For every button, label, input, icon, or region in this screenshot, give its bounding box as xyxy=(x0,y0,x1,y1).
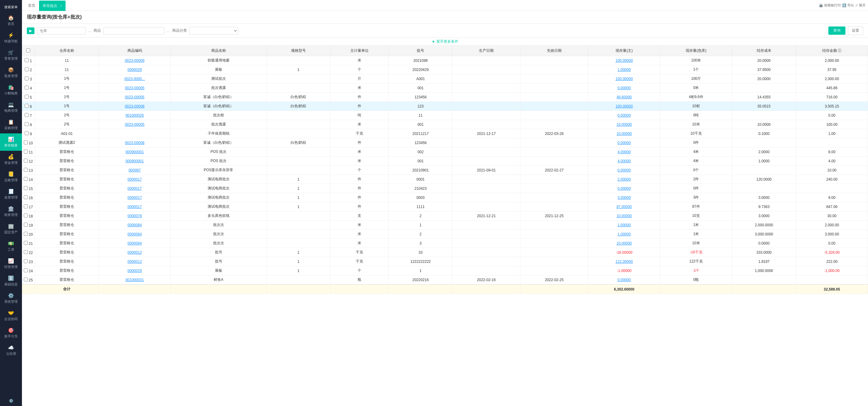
table-cell[interactable]: 1.00000 xyxy=(588,221,660,230)
table-cell[interactable]: 0023-00005 xyxy=(99,93,171,102)
table-cell[interactable]: 0000078 xyxy=(99,211,171,221)
col-header-prod[interactable]: 生产日期 xyxy=(453,46,521,56)
row-checkbox[interactable] xyxy=(25,122,29,126)
table-cell[interactable]: 0.00000 xyxy=(588,166,660,175)
table-cell[interactable]: 000900001 xyxy=(99,157,171,166)
table-cell[interactable]: 0.00000 xyxy=(588,275,660,285)
row-checkbox[interactable] xyxy=(24,223,28,227)
row-checkbox[interactable] xyxy=(25,67,29,71)
select-all-checkbox[interactable] xyxy=(26,48,30,53)
table-cell[interactable]: 0000029 xyxy=(99,266,171,275)
table-cell[interactable]: 10.00000 xyxy=(588,129,660,138)
col-header-cost[interactable]: 结存成本 xyxy=(732,46,796,56)
sidebar-item-inventory[interactable]: 📊 库存核算 xyxy=(0,133,22,151)
print-template-btn[interactable]: 🖨️ 按模板打印 xyxy=(819,3,841,8)
table-cell[interactable]: 0023-00008 xyxy=(99,102,171,111)
sidebar-item-system[interactable]: ⚙️ 系统管理 xyxy=(0,290,22,307)
sidebar-search[interactable]: 搜索菜单 xyxy=(0,2,22,12)
row-checkbox[interactable] xyxy=(24,213,28,217)
table-cell[interactable]: 000097 xyxy=(99,166,171,175)
col-header-unit[interactable]: 主计量单位 xyxy=(331,46,389,56)
row-checkbox[interactable] xyxy=(24,168,28,172)
sidebar-item-newbie[interactable]: 🎯 新手引导 xyxy=(0,325,22,342)
col-header-name[interactable]: 商品名称 xyxy=(171,46,267,56)
row-checkbox[interactable] xyxy=(24,204,28,208)
row-checkbox[interactable] xyxy=(25,104,29,108)
table-cell[interactable]: 0023-00005 xyxy=(99,120,171,129)
sidebar-item-retail[interactable]: 🛒 零售管理 xyxy=(0,46,22,64)
table-cell[interactable]: 001000026 xyxy=(99,111,171,120)
row-checkbox[interactable] xyxy=(24,140,28,144)
row-checkbox[interactable] xyxy=(25,131,29,135)
table-cell[interactable]: 4.00000 xyxy=(588,157,660,166)
row-checkbox[interactable] xyxy=(24,186,28,190)
table-cell[interactable]: 122.00000 xyxy=(588,257,660,266)
table-cell[interactable]: 0.00000 xyxy=(588,184,660,193)
table-cell[interactable]: 001000031 xyxy=(99,275,171,285)
row-checkbox[interactable] xyxy=(24,268,28,272)
row-checkbox[interactable] xyxy=(24,149,28,154)
expand-btn[interactable]: ⤢ 展开 xyxy=(855,3,866,8)
table-cell[interactable]: 0000084 xyxy=(99,239,171,248)
sidebar-item-ecommerce-small[interactable]: 🛍️ 小鹅电商 xyxy=(0,81,22,99)
row-checkbox[interactable] xyxy=(24,241,28,245)
row-checkbox[interactable] xyxy=(24,259,28,263)
table-cell[interactable]: 0023-00005 xyxy=(99,83,171,93)
table-cell[interactable] xyxy=(99,129,171,138)
table-cell[interactable]: 100.00000 xyxy=(588,74,660,83)
row-checkbox[interactable] xyxy=(24,159,28,163)
table-cell[interactable]: 10.00000 xyxy=(588,211,660,221)
table-cell[interactable]: 1.00000 xyxy=(588,65,660,74)
col-header-code[interactable]: 商品编码 xyxy=(99,46,171,56)
table-cell[interactable]: 0000084 xyxy=(99,230,171,239)
sidebar-item-nav[interactable]: ⚡ 快捷导航 xyxy=(0,29,22,46)
table-cell[interactable]: 10.00000 xyxy=(588,239,660,248)
table-cell[interactable]: 0000017 xyxy=(99,175,171,184)
sidebar-item-tax[interactable]: 🏛️ 税务管理 xyxy=(0,203,22,220)
table-cell[interactable]: 0000017 xyxy=(99,202,171,211)
sidebar-item-operation[interactable]: 📈 经营管理 xyxy=(0,255,22,272)
sidebar-item-finance[interactable]: 💰 资金管理 xyxy=(0,151,22,168)
tab-inventory-batch[interactable]: 库存批次 × xyxy=(39,1,66,11)
sidebar-item-cloud[interactable]: ☁️ 云应用 xyxy=(0,342,22,359)
row-checkbox[interactable] xyxy=(25,76,29,80)
table-cell[interactable]: 0000084 xyxy=(99,221,171,230)
sidebar-item-wholesale[interactable]: 📦 批发管理 xyxy=(0,64,22,81)
settings-button[interactable]: 设置 xyxy=(848,26,863,35)
row-checkbox[interactable] xyxy=(25,86,29,90)
tab-close-btn[interactable]: × xyxy=(60,4,62,8)
filter-toggle-button[interactable]: ▶ xyxy=(27,27,34,34)
sidebar-item-ecommerce[interactable]: 💻 电商管理 xyxy=(0,99,22,116)
row-checkbox[interactable] xyxy=(24,250,28,254)
sidebar-item-purchase[interactable]: 📋 采购管理 xyxy=(0,116,22,133)
table-cell[interactable]: 0000029 xyxy=(99,65,171,74)
table-cell[interactable]: -1.00000 xyxy=(588,266,660,275)
sidebar-item-home[interactable]: 🏠 首页 xyxy=(0,12,22,29)
table-cell[interactable]: 49.60000 xyxy=(588,93,660,102)
col-header-batch[interactable]: 批号 xyxy=(389,46,453,56)
table-cell[interactable]: 100.00000 xyxy=(588,102,660,111)
col-header-warehouse[interactable]: 仓库名称 xyxy=(35,46,99,56)
row-checkbox[interactable] xyxy=(24,195,28,199)
table-cell[interactable]: 000900001 xyxy=(99,147,171,157)
sidebar-item-invoice[interactable]: 🧾 发票管理 xyxy=(0,185,22,203)
table-cell[interactable]: 0000017 xyxy=(99,193,171,202)
sidebar-gear[interactable]: ⚙️ xyxy=(0,396,22,406)
table-cell[interactable]: 3.00000 xyxy=(588,193,660,202)
table-cell[interactable]: 0023-0000... xyxy=(99,74,171,83)
row-checkbox[interactable] xyxy=(24,232,28,236)
category-select[interactable] xyxy=(189,27,238,35)
col-header-exp[interactable]: 失效日期 xyxy=(521,46,588,56)
table-cell[interactable]: 87.00000 xyxy=(588,202,660,211)
search-button[interactable]: 查询 xyxy=(828,27,845,35)
table-cell[interactable]: -16.00000 xyxy=(588,248,660,257)
sidebar-item-salary[interactable]: 💵 工资 xyxy=(0,238,22,255)
table-cell[interactable]: 0000012 xyxy=(99,257,171,266)
row-checkbox[interactable] xyxy=(24,277,28,281)
table-cell[interactable]: 0.00000 xyxy=(588,138,660,147)
table-cell[interactable]: 4.00000 xyxy=(588,147,660,157)
sidebar-item-basic[interactable]: ℹ️ 基础信息 xyxy=(0,272,22,290)
sidebar-item-collab[interactable]: 🤝 企业协同 xyxy=(0,307,22,325)
table-cell[interactable]: 10.00000 xyxy=(588,120,660,129)
table-cell[interactable]: 0000012 xyxy=(99,248,171,257)
